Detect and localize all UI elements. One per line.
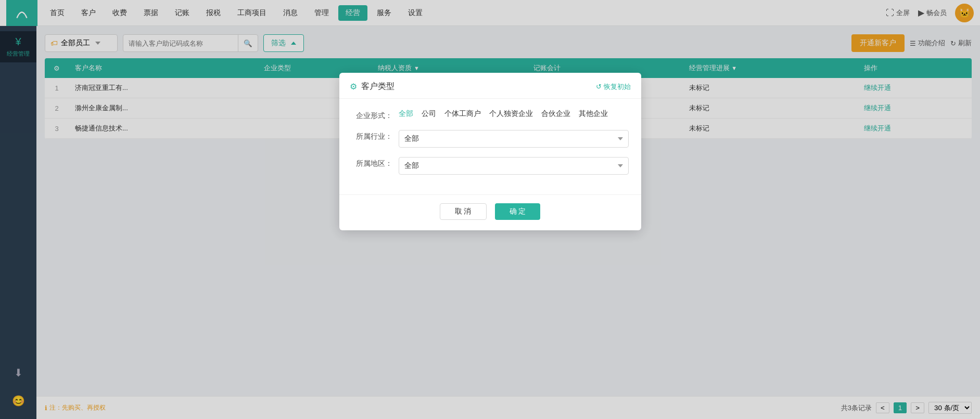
enterprise-form-row: 企业形式： 全部 公司 个体工商户 个人独资企业 合伙企业 其他企业 <box>352 109 629 121</box>
region-chevron-icon <box>618 164 623 167</box>
option-individual[interactable]: 个体工商户 <box>444 109 481 119</box>
restore-icon: ↺ <box>596 83 602 90</box>
region-label: 所属地区： <box>352 157 399 168</box>
option-all[interactable]: 全部 <box>399 109 413 119</box>
option-company[interactable]: 公司 <box>422 109 436 119</box>
enterprise-form-content: 全部 公司 个体工商户 个人独资企业 合伙企业 其他企业 <box>399 109 629 119</box>
confirm-button[interactable]: 确 定 <box>495 203 541 220</box>
modal-overlay: ⚙ 客户类型 ↺ 恢复初始 企业形式： 全部 公司 个体工商户 个人独资企业 合… <box>0 0 980 419</box>
region-form-row: 所属地区： 全部 <box>352 157 629 175</box>
industry-form-row: 所属行业： 全部 <box>352 130 629 148</box>
modal-title: ⚙ 客户类型 <box>350 81 394 92</box>
option-sole[interactable]: 个人独资企业 <box>489 109 533 119</box>
option-other[interactable]: 其他企业 <box>579 109 608 119</box>
modal-header: ⚙ 客户类型 ↺ 恢复初始 <box>339 73 641 99</box>
filter-modal: ⚙ 客户类型 ↺ 恢复初始 企业形式： 全部 公司 个体工商户 个人独资企业 合… <box>339 73 641 230</box>
region-select-container: 全部 <box>399 157 629 175</box>
enterprise-form-label: 企业形式： <box>352 109 399 121</box>
filter-modal-icon: ⚙ <box>350 82 357 91</box>
industry-select-container: 全部 <box>399 130 629 148</box>
modal-body: 企业形式： 全部 公司 个体工商户 个人独资企业 合伙企业 其他企业 所属行业： <box>339 99 641 194</box>
industry-label: 所属行业： <box>352 130 399 141</box>
option-partnership[interactable]: 合伙企业 <box>541 109 570 119</box>
restore-defaults-btn[interactable]: ↺ 恢复初始 <box>596 82 631 91</box>
industry-select[interactable]: 全部 <box>399 130 629 148</box>
modal-footer: 取 消 确 定 <box>339 194 641 230</box>
region-select[interactable]: 全部 <box>399 157 629 175</box>
enterprise-options: 全部 公司 个体工商户 个人独资企业 合伙企业 其他企业 <box>399 109 629 119</box>
cancel-button[interactable]: 取 消 <box>440 203 487 220</box>
industry-chevron-icon <box>618 137 623 140</box>
